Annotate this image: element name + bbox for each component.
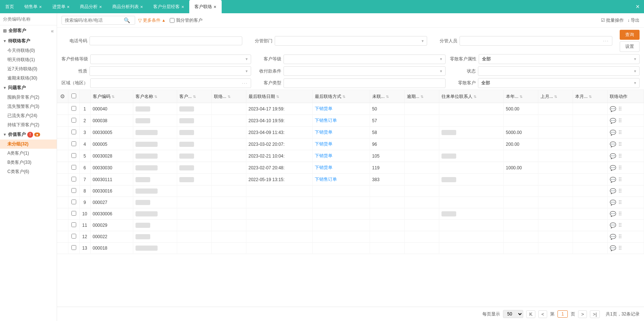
chat-icon[interactable]: 💬 [610, 177, 616, 183]
sidebar-item-churned[interactable]: 已流失客户(24) [0, 111, 57, 120]
tab-customer-segment-close[interactable]: × [181, 4, 184, 10]
row-checkbox[interactable] [71, 188, 76, 193]
tab-product-analysis-close[interactable]: × [99, 4, 102, 10]
filter-nature-select[interactable]: ▾ [89, 66, 251, 76]
menu-icon[interactable]: ⠿ [618, 222, 622, 228]
sidebar-item-churn-warning[interactable]: 流失预警客户(3) [0, 102, 57, 111]
chat-icon[interactable]: 💬 [610, 188, 616, 194]
filter-search-icon[interactable]: 🔍 [124, 17, 130, 23]
chat-icon[interactable]: 💬 [610, 200, 616, 205]
tab-bar-close-icon[interactable]: × [636, 3, 640, 11]
sidebar-item-overdue[interactable]: 逾期未联络(30) [0, 74, 57, 83]
td-check[interactable] [68, 103, 79, 115]
menu-icon[interactable]: ⠿ [618, 245, 622, 251]
menu-icon[interactable]: ⠿ [618, 177, 622, 183]
td-check[interactable] [68, 115, 79, 127]
tab-home[interactable]: 首页 [0, 0, 19, 13]
menu-icon[interactable]: ⠿ [618, 118, 622, 124]
filter-more-btn[interactable]: ▽ 更多条件 ▲ [138, 17, 167, 24]
sidebar-item-7days[interactable]: 近7天待联络(0) [0, 64, 57, 74]
chat-icon[interactable]: 💬 [610, 211, 616, 217]
batch-ops-btn[interactable]: ☑ 批量操作 [601, 17, 624, 24]
tab-customer-contact-close[interactable]: × [214, 4, 217, 10]
menu-icon[interactable]: ⠿ [618, 153, 622, 159]
export-btn[interactable]: ↓ 导出 [627, 17, 640, 24]
chat-icon[interactable]: 💬 [610, 222, 616, 228]
reset-btn[interactable]: 设置 [620, 41, 640, 52]
chat-icon[interactable]: 💬 [610, 118, 616, 124]
sidebar-item-a[interactable]: A类客户(1) [0, 149, 57, 158]
row-checkbox[interactable] [71, 118, 76, 123]
tab-product-analysis[interactable]: 商品分析 × [75, 0, 107, 13]
row-checkbox[interactable] [71, 106, 76, 111]
filter-retail-cust-select[interactable]: 全部 ▾ [478, 78, 640, 88]
tab-sales[interactable]: 销售单 × [19, 0, 47, 13]
col-header-check[interactable] [68, 90, 79, 103]
sidebar-item-today[interactable]: 今天待联络(0) [0, 46, 57, 55]
row-checkbox[interactable] [71, 165, 76, 170]
row-checkbox[interactable] [71, 130, 76, 134]
settings-gear-icon[interactable]: ⚙ [60, 93, 65, 99]
filter-phone-input[interactable] [89, 36, 242, 45]
td-check[interactable] [68, 243, 79, 254]
pagination-prev-btn[interactable]: < [538, 310, 547, 318]
menu-icon[interactable]: ⠿ [618, 188, 622, 194]
col-header-setting[interactable]: ⚙ [57, 90, 68, 103]
query-btn[interactable]: 查询 [620, 30, 640, 40]
per-page-select[interactable]: 50 100 200 [503, 310, 523, 318]
method-link[interactable]: 下销售订单 [315, 118, 337, 123]
chat-icon[interactable]: 💬 [610, 106, 616, 112]
td-check[interactable] [68, 208, 79, 220]
tab-purchase-close[interactable]: × [67, 4, 70, 10]
menu-icon[interactable]: ⠿ [618, 106, 622, 112]
filter-level-select[interactable]: ▾ [284, 54, 445, 64]
method-link[interactable]: 下销货单 [315, 165, 332, 170]
sidebar-item-b[interactable]: B类客户(33) [0, 158, 57, 167]
td-check[interactable] [68, 150, 79, 162]
pagination-next-btn[interactable]: > [578, 310, 587, 318]
filter-retail-attr-select[interactable]: 全部 ▾ [479, 54, 640, 64]
td-check[interactable] [68, 162, 79, 174]
method-link[interactable]: 下销货单 [315, 130, 332, 135]
table-select-all[interactable] [71, 94, 76, 98]
chat-icon[interactable]: 💬 [610, 245, 616, 251]
filter-price-select[interactable]: ▾ [90, 54, 251, 64]
method-link[interactable]: 下销货单 [315, 106, 332, 111]
tab-sales-close[interactable]: × [39, 4, 42, 10]
filter-dept-select[interactable]: ▾ [275, 36, 427, 46]
menu-icon[interactable]: ⠿ [618, 234, 622, 240]
td-check[interactable] [68, 186, 79, 197]
chat-icon[interactable]: 💬 [610, 234, 616, 240]
row-checkbox[interactable] [71, 141, 76, 146]
chat-icon[interactable]: 💬 [610, 130, 616, 135]
td-check[interactable] [68, 138, 79, 150]
chat-icon[interactable]: 💬 [610, 165, 616, 171]
tab-customer-segment[interactable]: 客户分层经客 × [148, 0, 189, 13]
sidebar-collapse-btn[interactable]: « [51, 28, 54, 34]
sidebar-group-problem[interactable]: ▼ 问题客户 [0, 83, 57, 93]
tab-purchase[interactable]: 进货单 × [47, 0, 75, 13]
td-check[interactable] [68, 231, 79, 243]
tab-product-analysis-list[interactable]: 商品分析列表 × [107, 0, 148, 13]
sidebar-item-ungroup[interactable]: 未分组(32) [0, 140, 57, 149]
filter-status-select[interactable]: ▾ [478, 66, 640, 76]
td-check[interactable] [68, 197, 79, 208]
row-checkbox[interactable] [71, 245, 76, 250]
pagination-last-btn[interactable]: >| [590, 310, 600, 318]
menu-icon[interactable]: ⠿ [618, 200, 622, 205]
row-checkbox[interactable] [71, 153, 76, 158]
chat-icon[interactable]: 💬 [610, 141, 616, 147]
sidebar-item-tomorrow[interactable]: 明天待联络(1) [0, 55, 57, 64]
sidebar-all-customers[interactable]: ⊞ 全部客户 « [0, 25, 57, 36]
sidebar-item-c[interactable]: C类客户(6) [0, 167, 57, 176]
row-checkbox[interactable] [71, 211, 76, 216]
td-check[interactable] [68, 174, 79, 186]
method-link[interactable]: 下销货单 [315, 141, 332, 147]
filter-manager-select[interactable]: ··· [460, 36, 612, 46]
filter-search-input[interactable] [65, 18, 124, 23]
sidebar-group-pending[interactable]: ▼ 待联络客户 [0, 36, 57, 46]
filter-my-customers[interactable]: 我分管的客户 [170, 17, 203, 24]
sidebar-group-value[interactable]: ▼ 价值客户 ! ● [0, 130, 57, 140]
row-checkbox[interactable] [71, 234, 76, 239]
menu-icon[interactable]: ⠿ [618, 211, 622, 217]
